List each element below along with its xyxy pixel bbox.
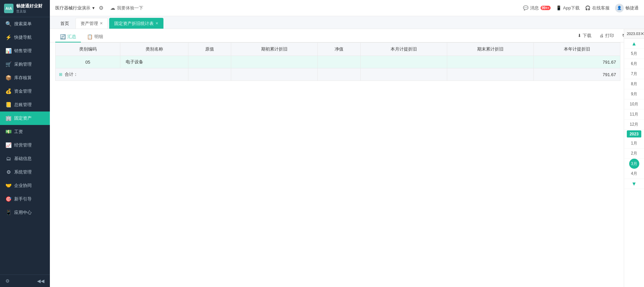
total-label: ⊞ 合计： bbox=[56, 68, 188, 81]
sidebar-item-collab[interactable]: 🤝 企业协同 bbox=[0, 179, 50, 192]
sidebar-item-purchase[interactable]: 🛒 采购管理 bbox=[0, 58, 50, 71]
row-monthly-dep bbox=[361, 56, 447, 68]
message-icon: 💬 bbox=[523, 5, 528, 10]
total-original bbox=[188, 68, 231, 81]
company-dropdown-icon: ▾ bbox=[92, 5, 95, 10]
headset-icon: 🎧 bbox=[585, 5, 590, 10]
support-button[interactable]: 🎧 在线客服 bbox=[585, 5, 610, 11]
month-7[interactable]: 7月 bbox=[624, 69, 644, 79]
col-monthly-depreciation: 本月计提折旧 bbox=[361, 43, 447, 56]
guide-icon: 🎯 bbox=[5, 196, 11, 202]
sidebar-item-quicknav[interactable]: ⚡ 快捷导航 bbox=[0, 31, 50, 44]
col-accumulated-depreciation: 期初累计折旧 bbox=[231, 43, 318, 56]
month-10[interactable]: 10月 bbox=[624, 99, 644, 109]
sidebar-label-quicknav: 快捷导航 bbox=[14, 34, 32, 40]
sidebar-item-search[interactable]: 🔍 搜索菜单 bbox=[0, 17, 50, 31]
app-logo: AtA 畅捷通好业财 普及版 bbox=[0, 0, 50, 17]
quicknav-icon: ⚡ bbox=[5, 34, 11, 40]
depreciation-tab-close[interactable]: ✕ bbox=[155, 21, 158, 26]
tab-asset-management[interactable]: 资产管理 ✕ bbox=[75, 18, 108, 29]
sidebar-item-fixed[interactable]: 🏢 固定资产 bbox=[0, 111, 50, 125]
month-3-active[interactable]: 3月 bbox=[629, 159, 639, 169]
month-9[interactable]: 9月 bbox=[624, 89, 644, 99]
top-header: 医疗器械行业演示 ▾ ⚙ ☁ 我要体验一下 💬 消息 99++ 📱 App下载 … bbox=[50, 0, 644, 16]
user-label: 畅捷通 bbox=[625, 5, 639, 11]
footer-settings-icon[interactable]: ⚙ bbox=[5, 278, 10, 284]
salary-icon: 💵 bbox=[5, 129, 11, 135]
month-12[interactable]: 12月 bbox=[624, 120, 644, 130]
download-icon: ⬇ bbox=[578, 33, 581, 38]
message-label: 消息 bbox=[530, 5, 539, 11]
sidebar-label-inventory: 库存核算 bbox=[14, 75, 32, 81]
sidebar-collapse-icon[interactable]: ◀◀ bbox=[37, 278, 44, 284]
inventory-icon: 📦 bbox=[5, 75, 11, 81]
sidebar-item-ledger[interactable]: 📒 总账管理 bbox=[0, 98, 50, 111]
date-panel: 2023.03 ✕ ⤢ ▲ 5月 6月 7月 8月 9月 10月 11月 12月 bbox=[624, 42, 644, 287]
logo-sub: 普及版 bbox=[16, 9, 42, 13]
system-icon: ⚙ bbox=[5, 169, 11, 175]
sidebar-label-search: 搜索菜单 bbox=[14, 21, 32, 27]
download-button[interactable]: ⬇ 下载 bbox=[575, 31, 594, 40]
tab-depreciation[interactable]: 固定资产折旧统计表 ✕ bbox=[109, 18, 163, 29]
col-annual-depreciation: 本年计提折旧 bbox=[534, 43, 620, 56]
app-download-button[interactable]: 📱 App下载 bbox=[556, 5, 580, 11]
month-6[interactable]: 6月 bbox=[624, 59, 644, 69]
month-2[interactable]: 2月 bbox=[624, 149, 644, 159]
detail-label: 明细 bbox=[94, 34, 103, 40]
asset-tab-close[interactable]: ✕ bbox=[100, 21, 103, 26]
logo-text: 畅捷通好业财 普及版 bbox=[16, 3, 42, 13]
sidebar-item-sales[interactable]: 📊 销售管理 bbox=[0, 44, 50, 58]
purchase-icon: 🛒 bbox=[5, 61, 11, 67]
user-menu[interactable]: 👤 畅捷通 bbox=[615, 4, 639, 12]
message-button[interactable]: 💬 消息 99++ bbox=[523, 5, 551, 11]
year-2023-label: 2023 bbox=[627, 130, 641, 138]
col-category-name: 类别名称 bbox=[120, 43, 188, 56]
summary-label: 汇总 bbox=[67, 34, 76, 40]
header-right: 💬 消息 99++ 📱 App下载 🎧 在线客服 👤 畅捷通 bbox=[523, 4, 639, 12]
tab-home[interactable]: 首页 bbox=[55, 18, 74, 29]
row-original-value bbox=[188, 56, 231, 68]
tab-bar: 首页 资产管理 ✕ 固定资产折旧统计表 ✕ bbox=[50, 16, 644, 29]
sidebar-item-basic[interactable]: 🗂 基础信息 bbox=[0, 152, 50, 165]
sidebar-item-system[interactable]: ⚙ 系统管理 bbox=[0, 165, 50, 179]
sidebar-menu: 🔍 搜索菜单 ⚡ 快捷导航 📊 销售管理 🛒 采购管理 📦 库存核算 💰 资金管… bbox=[0, 17, 50, 275]
sidebar-item-salary[interactable]: 💵 工资 bbox=[0, 125, 50, 138]
appstore-icon: 📱 bbox=[5, 210, 11, 216]
operations-icon: 📈 bbox=[5, 142, 11, 148]
sidebar-item-operations[interactable]: 📈 经营管理 bbox=[0, 138, 50, 152]
cloud-icon: ☁ bbox=[110, 5, 115, 11]
asset-tab-label: 资产管理 bbox=[81, 21, 98, 27]
company-selector[interactable]: 医疗器械行业演示 ▾ bbox=[55, 5, 95, 11]
sidebar-label-collab: 企业协同 bbox=[14, 183, 32, 189]
user-avatar: 👤 bbox=[615, 4, 624, 12]
sales-icon: 📊 bbox=[5, 48, 11, 54]
sidebar-label-sales: 销售管理 bbox=[14, 48, 32, 54]
sidebar-label-basic: 基础信息 bbox=[14, 156, 32, 162]
month-1[interactable]: 1月 bbox=[624, 138, 644, 149]
total-monthly bbox=[361, 68, 447, 81]
sidebar-footer: ⚙ ◀◀ bbox=[0, 275, 50, 287]
sidebar-label-fixed: 固定资产 bbox=[14, 115, 32, 121]
sidebar-label-ledger: 总账管理 bbox=[14, 102, 32, 108]
sidebar-item-inventory[interactable]: 📦 库存核算 bbox=[0, 71, 50, 85]
print-label: 打印 bbox=[605, 33, 614, 39]
table-row: 05 电子设备 791.67 bbox=[56, 56, 620, 68]
nav-down-icon[interactable]: ▼ bbox=[624, 179, 644, 189]
month-11[interactable]: 11月 bbox=[624, 109, 644, 120]
header-settings-icon[interactable]: ⚙ bbox=[99, 5, 103, 11]
month-4[interactable]: 4月 bbox=[624, 169, 644, 179]
sidebar-item-guide[interactable]: 🎯 新手引导 bbox=[0, 192, 50, 206]
month-5[interactable]: 5月 bbox=[624, 49, 644, 59]
sidebar-item-capital[interactable]: 💰 资金管理 bbox=[0, 85, 50, 98]
trial-button[interactable]: ☁ 我要体验一下 bbox=[110, 5, 143, 11]
detail-icon: 📋 bbox=[87, 34, 93, 39]
download-label: 下载 bbox=[583, 33, 591, 39]
month-8[interactable]: 8月 bbox=[624, 79, 644, 89]
sub-tab-detail[interactable]: 📋 明细 bbox=[82, 32, 108, 42]
nav-up-icon[interactable]: ▲ bbox=[624, 42, 644, 49]
sidebar-item-appstore[interactable]: 📱 应用中心 bbox=[0, 206, 50, 219]
print-button[interactable]: 🖨 打印 bbox=[597, 31, 617, 40]
sidebar-label-appstore: 应用中心 bbox=[14, 210, 32, 216]
sidebar-label-guide: 新手引导 bbox=[14, 196, 32, 202]
sub-tab-summary[interactable]: 🔄 汇总 bbox=[55, 32, 81, 42]
